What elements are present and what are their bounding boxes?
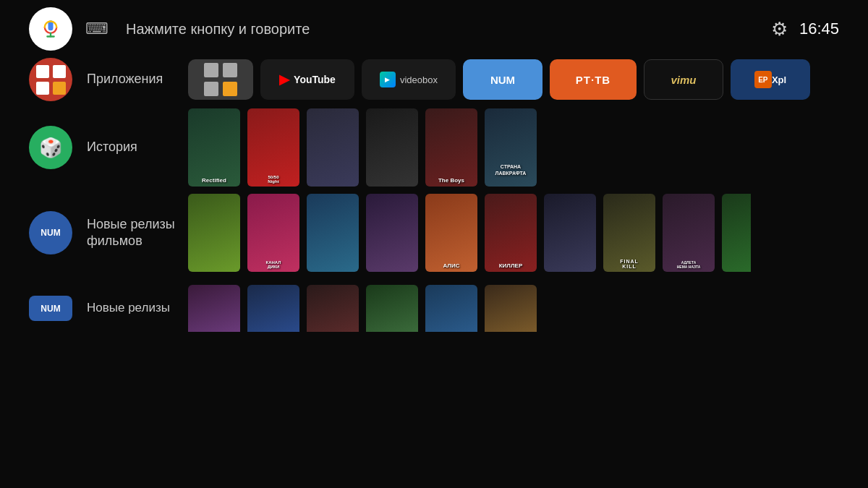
history-poster-2-text: 50/50Night — [247, 175, 299, 184]
youtube-logo-icon: ▶ — [279, 72, 289, 87]
history-scroll: Rectified 50/50Night The Boys СТРАНАЛАВК… — [188, 108, 839, 187]
app-tile-xplay[interactable]: EP Xpl — [731, 59, 810, 100]
header: ⌨ Нажмите кнопку и говорите ⚙ 16:45 — [0, 0, 868, 58]
movie-poster-4[interactable] — [366, 194, 418, 272]
new-movies-scroll: КАНАЛДИКИ АЛИС КИЛЛЕР FINALKILL АДЛЕТАНЕ… — [188, 194, 839, 272]
clock: 16:45 — [799, 20, 839, 38]
app-tile-num[interactable]: NUM — [463, 59, 542, 100]
movie-poster-6-text: КИЛЛЕР — [485, 262, 537, 269]
num-label: NUM — [490, 74, 515, 86]
history-section: 🎲 История Rectified 50/50Night The Boys … — [29, 108, 839, 187]
xplay-icon: EP — [754, 71, 772, 88]
new-series-section: NUM Новые релизы — [29, 285, 839, 332]
cube-icon: 🎲 — [39, 137, 62, 159]
movie-poster-8-text: FINALKILL — [603, 259, 655, 269]
app-tile-youtube[interactable]: ▶ YouTube — [260, 59, 354, 100]
app-tile-all[interactable] — [188, 59, 253, 100]
videobox-icon: ▶ — [380, 72, 396, 87]
videobox-label: videobox — [400, 74, 438, 85]
history-label: История — [87, 139, 188, 155]
history-poster-5-text: The Boys — [425, 177, 477, 184]
movie-poster-2[interactable]: КАНАЛДИКИ — [247, 194, 299, 272]
apps-label: Приложения — [87, 71, 188, 87]
movie-poster-2-text: КАНАЛДИКИ — [247, 260, 299, 269]
new-series-label: Новые релизы — [87, 300, 188, 316]
series-poster-6[interactable] — [485, 285, 537, 332]
mic-icon — [41, 19, 61, 39]
history-poster-5[interactable]: The Boys — [425, 108, 477, 187]
new-movies-icon-wrap[interactable]: NUM — [29, 211, 72, 254]
history-poster-6-text: СТРАНАЛАВКРАФТА — [485, 164, 537, 176]
movie-poster-5[interactable]: АЛИС — [425, 194, 477, 272]
app-tile-vimu[interactable]: vimu — [644, 59, 723, 100]
movie-poster-7[interactable] — [544, 194, 596, 272]
new-series-icon-wrap[interactable]: NUM — [29, 296, 72, 321]
mic-button[interactable] — [29, 7, 72, 51]
settings-icon[interactable]: ⚙ — [771, 18, 788, 40]
vimu-label: vimu — [671, 74, 696, 86]
new-series-num-icon: NUM — [41, 304, 60, 314]
new-movies-section: NUM Новые релизы фильмов КАНАЛДИКИ АЛИС … — [29, 194, 839, 272]
movie-poster-1[interactable] — [188, 194, 240, 272]
movie-poster-9-text: АДЛЕТАНЕМА НАЗТА — [663, 260, 715, 269]
movie-poster-partial — [722, 194, 751, 272]
content-area: Приложения ▶ YouTube ▶ videobox — [0, 58, 868, 332]
all-apps-grid-icon — [198, 59, 243, 100]
apps-section: Приложения ▶ YouTube ▶ videobox — [29, 58, 839, 101]
apps-grid-icon — [32, 61, 70, 99]
movie-poster-9[interactable]: АДЛЕТАНЕМА НАЗТА — [663, 194, 715, 272]
new-movies-num-icon: NUM — [41, 228, 60, 238]
youtube-label: YouTube — [294, 74, 336, 85]
new-series-scroll — [188, 285, 839, 332]
history-poster-2[interactable]: 50/50Night — [247, 108, 299, 187]
xplay-label: Xpl — [772, 74, 786, 85]
movie-poster-5-text: АЛИС — [425, 262, 477, 269]
history-poster-1-text: Rectified — [188, 177, 240, 184]
history-poster-1[interactable]: Rectified — [188, 108, 240, 187]
movie-poster-final-kill[interactable]: FINALKILL — [603, 194, 655, 272]
apps-icon-wrap[interactable] — [29, 58, 72, 101]
history-poster-3[interactable] — [307, 108, 359, 187]
history-poster-4[interactable] — [366, 108, 418, 187]
keyboard-icon[interactable]: ⌨ — [85, 20, 109, 38]
new-movies-label: Новые релизы фильмов — [87, 216, 188, 250]
series-poster-4[interactable] — [366, 285, 418, 332]
history-poster-6[interactable]: СТРАНАЛАВКРАФТА — [485, 108, 537, 187]
series-poster-2[interactable] — [247, 285, 299, 332]
movie-poster-3[interactable] — [307, 194, 359, 272]
header-right: ⚙ 16:45 — [771, 18, 839, 40]
pttv-label: PT·TB — [576, 74, 610, 86]
search-hint: Нажмите кнопку и говорите — [126, 21, 758, 38]
apps-scroll: ▶ YouTube ▶ videobox NUM PT·TB vimu EP — [188, 59, 839, 100]
movie-poster-6[interactable]: КИЛЛЕР — [485, 194, 537, 272]
series-poster-5[interactable] — [425, 285, 477, 332]
series-poster-3[interactable] — [307, 285, 359, 332]
history-icon-wrap[interactable]: 🎲 — [29, 126, 72, 169]
app-tile-pttv[interactable]: PT·TB — [550, 59, 637, 100]
series-poster-1[interactable] — [188, 285, 240, 332]
app-tile-videobox[interactable]: ▶ videobox — [362, 59, 456, 100]
